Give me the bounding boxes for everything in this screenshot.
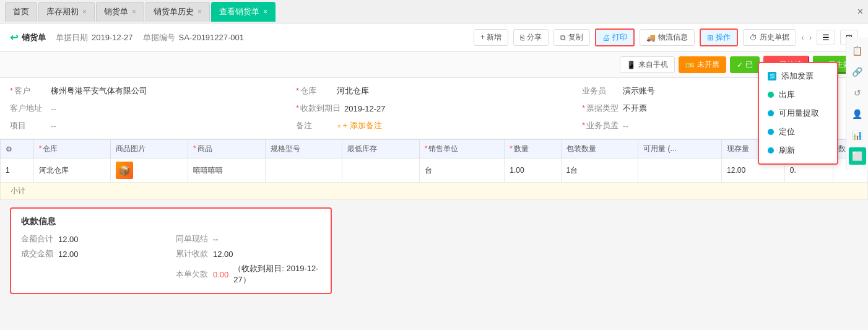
th-spec: 规格型号 [265, 140, 342, 158]
table-row: 1 河北仓库 📦 嘻嘻嘻嘻 台 1.00 1台 12.00 0. [1, 158, 868, 183]
th-pack-qty: 包装数量 [561, 140, 638, 158]
print-button[interactable]: 🖨 打印 [595, 28, 635, 46]
table-header-row: ⚙ 仓库 商品图片 商品 规格型号 最低库存 销售单位 数量 包装数量 可用量 … [1, 140, 868, 158]
address-value: -- [51, 104, 56, 113]
warehouse-label: 仓库 [296, 85, 333, 97]
doc-actions: + 新增 ⎘ 分享 ⧉ 复制 🖨 打印 🚚 物流信息 ⊞ 操作 ⏱ 历史单据 ‹… [474, 28, 858, 46]
th-min-stock: 最低库存 [342, 140, 420, 158]
tab-inventory-close[interactable]: × [82, 7, 87, 16]
dropdown-available-qty[interactable]: 可用量提取 [759, 104, 837, 123]
sidebar-user-icon[interactable]: 👤 [849, 105, 866, 123]
tab-sales-close[interactable]: × [132, 7, 136, 16]
doc-number-label: 单据编号 [143, 32, 175, 43]
tab-sales[interactable]: 销货单 × [96, 2, 144, 22]
copy-icon: ⧉ [560, 33, 566, 42]
sidebar-expand-icon[interactable]: ⬜ [849, 147, 866, 165]
check-done-button[interactable]: ✓ 已 [730, 56, 760, 73]
note-label: 备注 [296, 120, 333, 131]
operate-icon: ⊞ [707, 33, 713, 42]
print-icon: 🖨 [602, 33, 610, 42]
doc-title-group: ↩ 销货单 [10, 32, 46, 43]
ticket-icon: 🎫 [685, 61, 695, 69]
available-qty-icon [768, 110, 774, 116]
sidebar-chart-icon[interactable]: 📊 [849, 126, 866, 144]
total-row: 金额合计 12.00 [21, 233, 166, 245]
tab-inventory[interactable]: 库存期初 × [38, 2, 95, 22]
cell-qty: 1.00 [505, 158, 561, 183]
dropdown-add-invoice[interactable]: 票 添加发票 [759, 67, 837, 85]
nav-next-icon[interactable]: › [809, 33, 812, 42]
due-date-value: 2019-12-27 [344, 104, 386, 113]
cell-spec [265, 158, 342, 183]
sidebar-link-icon[interactable]: 🔗 [849, 63, 866, 80]
history-button[interactable]: ⏱ 历史单据 [743, 29, 796, 46]
cumulative-row: 累计收款 12.00 [176, 248, 321, 259]
not-open-ticket-button[interactable]: 🎫 未开票 [679, 56, 726, 73]
add-note-link[interactable]: + + 添加备注 [337, 120, 382, 131]
th-product: 商品 [188, 140, 265, 158]
tab-home[interactable]: 首页 [5, 2, 37, 22]
sidebar-clipboard-icon[interactable]: 📋 [849, 42, 866, 59]
doc-icon: ↩ [10, 32, 18, 43]
total-label: 金额合计 [21, 233, 53, 245]
sales-table: ⚙ 仓库 商品图片 商品 规格型号 最低库存 销售单位 数量 包装数量 可用量 … [0, 139, 868, 200]
new-button[interactable]: + 新增 [474, 29, 508, 46]
ticket-value: 不开票 [623, 103, 647, 114]
note-row: 备注 + + 添加备注 [296, 120, 572, 131]
current-debt-row: 本单欠款 0.00 （收款到期日: 2019-12-27） [176, 263, 321, 285]
toolbar: 📱 来自手机 🎫 未开票 ✓ 已 ✓ 已核销 ✓ 已生效 [0, 52, 868, 78]
out-warehouse-icon [768, 92, 774, 98]
locate-icon [768, 129, 774, 135]
gear-icon: ⚙ [6, 145, 12, 154]
form-area: 客户 柳州粤港平安气体有限公司 仓库 河北仓库 业务员 演示账号 客户地址 --… [0, 78, 868, 139]
tab-sales-history-close[interactable]: × [197, 7, 202, 16]
tab-sales-history[interactable]: 销货单历史 × [145, 2, 210, 22]
trade-label: 成交金额 [21, 248, 53, 259]
customer-value: 柳州粤港平安气体有限公司 [51, 85, 147, 97]
copy-button[interactable]: ⧉ 复制 [553, 29, 590, 46]
refresh-label: 刷新 [779, 145, 795, 156]
dropdown-refresh[interactable]: 刷新 [759, 141, 837, 160]
plus-icon: + [337, 121, 342, 131]
project-label: 项目 [10, 120, 47, 131]
nav-prev-icon[interactable]: ‹ [801, 33, 804, 42]
view-toggle-list[interactable]: ☰ [817, 30, 835, 45]
logistics-button[interactable]: 🚚 物流信息 [640, 29, 695, 46]
operate-button[interactable]: ⊞ 操作 [700, 28, 738, 46]
from-phone-button[interactable]: 📱 来自手机 [620, 56, 675, 73]
th-warehouse: 仓库 [33, 140, 111, 158]
dropdown-out-warehouse[interactable]: 出库 [759, 85, 837, 104]
trade-value: 12.00 [58, 250, 79, 259]
dropdown-locate[interactable]: 定位 [759, 123, 837, 141]
tab-home-label: 首页 [13, 6, 29, 17]
project-value: -- [51, 121, 56, 131]
customer-row: 客户 柳州粤港平安气体有限公司 [10, 85, 286, 97]
project-row: 项目 -- [10, 120, 286, 131]
sales-staff-label: 业务员孟 [582, 120, 619, 131]
product-image: 📦 [116, 162, 133, 179]
doc-date-label: 单据日期 [56, 32, 88, 43]
cell-min-stock [342, 158, 420, 183]
tab-view-sales-label: 查看销货单 [219, 6, 259, 17]
share-button[interactable]: ⎘ 分享 [513, 29, 549, 46]
cell-seq: 1 [1, 158, 34, 183]
total-value: 12.00 [58, 235, 79, 244]
tab-view-sales-close[interactable]: × [263, 7, 267, 16]
sidebar-refresh-icon[interactable]: ↺ [849, 84, 866, 102]
doc-date-group: 单据日期 2019-12-27 [56, 32, 133, 43]
payment-section: 收款信息 金额合计 12.00 同单现结 -- 成交金额 12.00 累计收款 … [10, 207, 332, 294]
subtotal-row: 小计 [1, 183, 868, 200]
cell-product-img: 📦 [111, 158, 188, 183]
cell-warehouse: 河北仓库 [33, 158, 111, 183]
th-sales-unit: 销售单位 [419, 140, 504, 158]
history-icon: ⏱ [750, 33, 757, 42]
address-row: 客户地址 -- [10, 103, 286, 114]
staff-value: 演示账号 [623, 85, 655, 97]
same-order-row: 同单现结 -- [176, 233, 321, 245]
tab-view-sales[interactable]: 查看销货单 × [211, 2, 276, 22]
share-icon: ⎘ [520, 33, 524, 42]
th-available: 可用量 (... [638, 140, 722, 158]
window-close-button[interactable]: × [857, 6, 863, 17]
ticket-label: 票据类型 [582, 103, 619, 114]
cell-pack-qty: 1台 [561, 158, 638, 183]
